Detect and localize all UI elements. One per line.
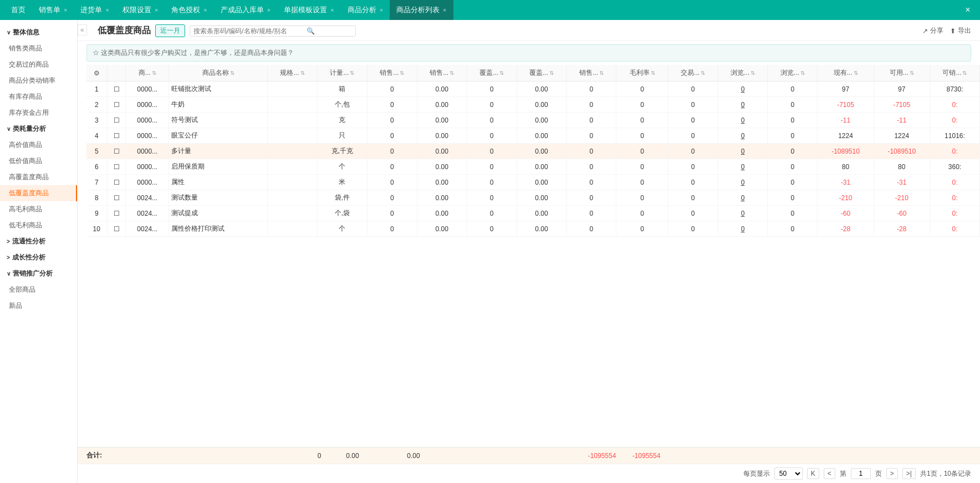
sidebar-item-商品分类动销率[interactable]: 商品分类动销率	[0, 73, 77, 89]
sidebar-section-营销推广分析[interactable]: ∨营销推广分析	[0, 266, 77, 282]
nav-close-icon[interactable]: ×	[64, 7, 67, 13]
col-header-cover2[interactable]: 覆盖...⇅	[517, 65, 566, 82]
col-header-browse2[interactable]: 浏览...⇅	[768, 65, 818, 82]
row-sale-qty: 0	[367, 175, 417, 190]
nav-item-角色授权[interactable]: 角色授权×	[165, 0, 213, 20]
col-header-sellable[interactable]: 可销...⇅	[930, 65, 979, 82]
sidebar-item-销售类商品[interactable]: 销售类商品	[0, 40, 77, 57]
nav-item-首页[interactable]: 首页	[4, 0, 32, 20]
sidebar-item-低毛利商品[interactable]: 低毛利商品	[0, 217, 77, 233]
sidebar-item-有库存商品[interactable]: 有库存商品	[0, 89, 77, 105]
sidebar-section-成长性分析[interactable]: >成长性分析	[0, 250, 77, 266]
nav-close-icon[interactable]: ×	[105, 7, 109, 13]
sidebar-item-低价值商品[interactable]: 低价值商品	[0, 153, 77, 169]
window-close-btn[interactable]: ×	[960, 2, 976, 18]
nav-close-icon[interactable]: ×	[380, 7, 383, 13]
sidebar-section-整体信息[interactable]: ∨整体信息	[0, 24, 77, 40]
export-btn[interactable]: ⬆ 导出	[950, 26, 971, 35]
row-checkbox[interactable]: ☐	[107, 221, 126, 237]
nav-close-icon[interactable]: ×	[330, 7, 334, 13]
col-header-name[interactable]: 商品名称⇅	[169, 65, 267, 82]
sidebar-section-label: 成长性分析	[12, 253, 45, 262]
row-checkbox[interactable]: ☐	[107, 175, 126, 190]
last-page-btn[interactable]: >|	[902, 468, 916, 479]
sidebar-item-高价值商品[interactable]: 高价值商品	[0, 137, 77, 153]
sort-icon: ⇅	[450, 70, 454, 76]
nav-close-icon[interactable]: ×	[203, 7, 207, 13]
browse-link[interactable]: 0	[741, 101, 745, 109]
row-sellable: 0:	[930, 97, 979, 113]
prev-page-btn[interactable]: <	[824, 468, 835, 479]
nav-item-权限设置[interactable]: 权限设置×	[116, 0, 165, 20]
col-header-available_stock[interactable]: 可用...⇅	[874, 65, 930, 82]
page-label: 页	[875, 469, 882, 479]
share-icon: ↗	[922, 27, 928, 35]
total-cell-4	[236, 452, 269, 460]
search-icon[interactable]: 🔍	[307, 27, 315, 35]
page-number-input[interactable]	[851, 468, 871, 479]
search-input[interactable]	[193, 27, 304, 35]
row-cover1: 0	[467, 97, 517, 113]
total-cell-0	[120, 452, 136, 460]
content-area: « 低覆盖度商品 近一月 🔍 ↗ 分享 ⬆ 导出 ☆ 这类商品只有很少客户购买过…	[78, 20, 980, 483]
row-checkbox[interactable]: ☐	[107, 82, 126, 97]
nav-item-产成品入库单[interactable]: 产成品入库单×	[214, 0, 277, 20]
sidebar-collapse-btn[interactable]: «	[78, 24, 87, 35]
sidebar-section-类耗量分析[interactable]: ∨类耗量分析	[0, 121, 77, 137]
filter-recent-btn[interactable]: 近一月	[155, 24, 185, 37]
browse-link[interactable]: 0	[741, 132, 745, 140]
table-row: 10☐0024...属性价格打印测试个00.0000.0000000-28-28…	[86, 221, 980, 237]
col-header-sale3[interactable]: 销售...⇅	[566, 65, 616, 82]
next-page-btn[interactable]: >	[886, 468, 898, 479]
col-header-code[interactable]: 商...⇅	[126, 65, 169, 82]
share-btn[interactable]: ↗ 分享	[922, 26, 943, 35]
col-header-browse1[interactable]: 浏览...⇅	[718, 65, 768, 82]
col-header-cover1[interactable]: 覆盖...⇅	[467, 65, 517, 82]
row-checkbox[interactable]: ☐	[107, 97, 126, 113]
sidebar-item-全部商品[interactable]: 全部商品	[0, 282, 77, 298]
col-header-trade[interactable]: 交易...⇅	[668, 65, 718, 82]
page-size-select[interactable]: 2050100200	[774, 467, 803, 480]
nav-item-商品分析[interactable]: 商品分析×	[341, 0, 390, 20]
browse-link[interactable]: 0	[741, 225, 745, 233]
nav-item-进货单[interactable]: 进货单×	[74, 0, 115, 20]
sidebar-item-新品[interactable]: 新品	[0, 298, 77, 314]
row-checkbox[interactable]: ☐	[107, 128, 126, 144]
row-sale-qty: 0	[367, 97, 417, 113]
col-header-unit[interactable]: 计量...⇅	[317, 65, 367, 82]
first-page-btn[interactable]: K	[807, 468, 819, 479]
browse-link[interactable]: 0	[741, 210, 745, 217]
sidebar-item-交易过的商品[interactable]: 交易过的商品	[0, 57, 77, 73]
browse-link[interactable]: 0	[741, 194, 745, 202]
col-header-sale_qty[interactable]: 销售...⇅	[367, 65, 417, 82]
row-checkbox[interactable]: ☐	[107, 206, 126, 221]
col-header-spec[interactable]: 规格...⇅	[268, 65, 318, 82]
nav-item-销售单[interactable]: 销售单×	[32, 0, 74, 20]
row-trade: 0	[668, 97, 718, 113]
sidebar: ∨整体信息销售类商品交易过的商品商品分类动销率有库存商品库存资金占用∨类耗量分析…	[0, 20, 78, 483]
sidebar-item-高毛利商品[interactable]: 高毛利商品	[0, 201, 77, 217]
sidebar-item-高覆盖度商品[interactable]: 高覆盖度商品	[0, 169, 77, 185]
row-checkbox[interactable]: ☐	[107, 113, 126, 128]
browse-link[interactable]: 0	[741, 116, 745, 124]
nav-close-icon[interactable]: ×	[267, 7, 270, 13]
col-header-margin[interactable]: 毛利率⇅	[616, 65, 668, 82]
col-header-current_stock[interactable]: 现有...⇅	[818, 65, 874, 82]
col-header-sale_amount[interactable]: 销售...⇅	[417, 65, 467, 82]
sidebar-item-低覆盖度商品[interactable]: 低覆盖度商品	[0, 185, 77, 201]
browse-link[interactable]: 0	[741, 179, 745, 186]
nav-close-icon[interactable]: ×	[155, 7, 158, 13]
browse-link[interactable]: 0	[741, 148, 745, 155]
nav-close-icon[interactable]: ×	[443, 7, 446, 13]
browse-link[interactable]: 0	[741, 163, 745, 171]
browse-link[interactable]: 0	[741, 85, 745, 93]
row-spec	[268, 159, 318, 175]
sidebar-section-流通性分析[interactable]: >流通性分析	[0, 233, 77, 250]
row-name: 测试提成	[169, 206, 267, 221]
nav-item-商品分析列表[interactable]: 商品分析列表×	[390, 0, 453, 20]
nav-item-单据模板设置[interactable]: 单据模板设置×	[277, 0, 340, 20]
row-checkbox[interactable]: ☐	[107, 159, 126, 175]
row-checkbox[interactable]: ☐	[107, 144, 126, 159]
row-checkbox[interactable]: ☐	[107, 190, 126, 206]
sidebar-item-库存资金占用[interactable]: 库存资金占用	[0, 105, 77, 121]
